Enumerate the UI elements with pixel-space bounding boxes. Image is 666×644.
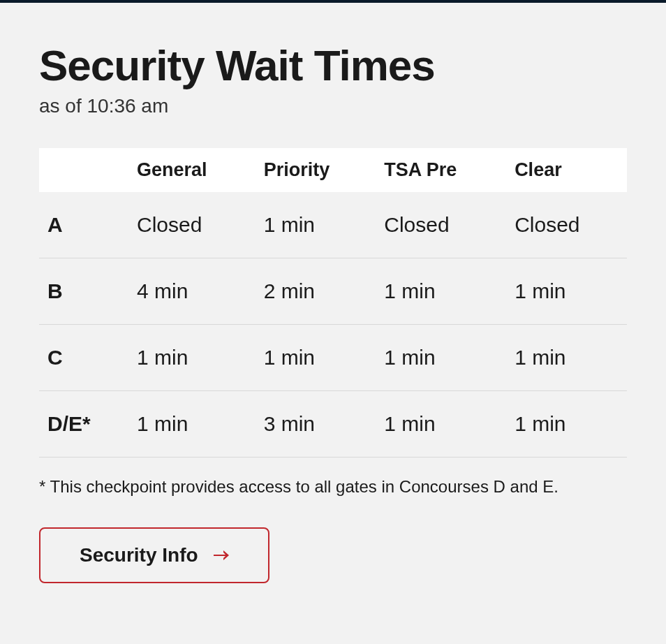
table-row: A Closed 1 min Closed Closed xyxy=(39,192,627,258)
cell-priority: 2 min xyxy=(257,258,378,325)
table-row: D/E* 1 min 3 min 1 min 1 min xyxy=(39,391,627,458)
cell-tsapre: 1 min xyxy=(377,391,508,458)
table-row: C 1 min 1 min 1 min 1 min xyxy=(39,325,627,391)
cell-general: 4 min xyxy=(130,258,257,325)
timestamp-subtitle: as of 10:36 am xyxy=(39,95,627,117)
col-header-priority: Priority xyxy=(257,148,378,192)
row-label: C xyxy=(39,325,130,391)
cell-priority: 1 min xyxy=(257,192,378,258)
cell-clear: 1 min xyxy=(508,258,627,325)
col-header-general: General xyxy=(130,148,257,192)
cell-priority: 3 min xyxy=(257,391,378,458)
cell-general: 1 min xyxy=(130,325,257,391)
cell-tsapre: Closed xyxy=(377,192,508,258)
col-header-clear: Clear xyxy=(508,148,627,192)
cell-tsapre: 1 min xyxy=(377,325,508,391)
security-info-label: Security Info xyxy=(80,544,198,566)
row-label: B xyxy=(39,258,130,325)
cell-general: 1 min xyxy=(130,391,257,458)
cell-clear: 1 min xyxy=(508,325,627,391)
cell-general: Closed xyxy=(130,192,257,258)
page-title: Security Wait Times xyxy=(39,42,627,89)
footnote: * This checkpoint provides access to all… xyxy=(39,477,627,497)
col-header-tsapre: TSA Pre xyxy=(377,148,508,192)
table-row: B 4 min 2 min 1 min 1 min xyxy=(39,258,627,325)
row-label: A xyxy=(39,192,130,258)
cell-clear: 1 min xyxy=(508,391,627,458)
cell-clear: Closed xyxy=(508,192,627,258)
col-header-blank xyxy=(39,148,130,192)
table-header-row: General Priority TSA Pre Clear xyxy=(39,148,627,192)
arrow-right-icon xyxy=(214,550,229,560)
security-info-button[interactable]: Security Info xyxy=(39,527,269,583)
cell-tsapre: 1 min xyxy=(377,258,508,325)
row-label: D/E* xyxy=(39,391,130,458)
wait-times-table: General Priority TSA Pre Clear A Closed … xyxy=(39,148,627,458)
svg-rect-0 xyxy=(214,555,226,556)
cell-priority: 1 min xyxy=(257,325,378,391)
